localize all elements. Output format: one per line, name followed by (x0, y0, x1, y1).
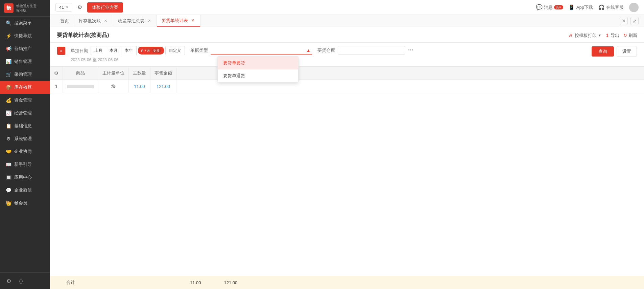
tab-requisition-stats[interactable]: 要货单统计表 ✕ (157, 15, 200, 27)
page-header: 要货单统计表(按商品) 🖨 按模板打印 ▼ ↥ 导出 ↻ 刷新 (50, 27, 644, 42)
tab-inventory-batch[interactable]: 库存批次账 ✕ (74, 15, 113, 27)
collab-icon: 🤝 (5, 149, 11, 155)
sidebar-header: 畅 畅捷通好生意 标准版 (0, 0, 50, 17)
this-month-btn[interactable]: 本月 (106, 46, 121, 55)
sidebar-item-wechat[interactable]: 💬 企业微信 (0, 184, 50, 197)
sidebar-search[interactable]: 🔍 搜索菜单 (0, 17, 50, 29)
sidebar: 畅 畅捷通好生意 标准版 🔍 搜索菜单 ⚡ 快捷导航 📢 营销推广 📊 销售管理 (0, 0, 50, 289)
topbar-settings-btn[interactable]: ⚙ (75, 3, 85, 12)
company-selector[interactable]: 41 ▼ (55, 3, 72, 12)
type-filter: 单据类型 ▲ (190, 46, 312, 54)
tab-receive-summary[interactable]: 收发存汇总表 ✕ (113, 15, 157, 27)
guide-icon: 📖 (5, 161, 11, 168)
main-area: 41 ▼ ⚙ 体验行业方案 💬 消息 99+ 📱 App下载 🎧 在线客服 (50, 0, 644, 289)
print-icon: 🖨 (569, 33, 573, 38)
sidebar-settings-btn[interactable]: ⚙ (4, 276, 14, 286)
online-service-btn[interactable]: 🎧 在线客服 (598, 4, 624, 10)
tab-close-inventory-batch[interactable]: ✕ (103, 18, 108, 24)
sidebar-item-quick-nav[interactable]: ⚡ 快捷导航 (0, 29, 50, 42)
table-area: ⚙ 商品 主计量单位 主数量 零售金额 1 (50, 67, 644, 276)
sidebar-item-guide[interactable]: 📖 新手引导 (0, 158, 50, 171)
search-icon: 🔍 (5, 20, 11, 26)
tab-bar: 首页 库存批次账 ✕ 收发存汇总表 ✕ 要货单统计表 ✕ ✕ ⤢ (50, 15, 644, 27)
refresh-btn[interactable]: ↻ 刷新 (623, 32, 637, 39)
settings-filter-btn[interactable]: 设置 (617, 46, 637, 57)
filter-toggle-icon: » (60, 48, 63, 53)
sidebar-item-basic-info[interactable]: 📋 基础信息 (0, 119, 50, 132)
wechat-icon: 💬 (5, 187, 11, 193)
sidebar-item-operations[interactable]: 📈 经营管理 (0, 107, 50, 119)
app-title: 畅捷通好生意 标准版 (16, 4, 37, 13)
export-btn[interactable]: ↥ 导出 (605, 32, 619, 39)
cell-quantity: 11.00 (129, 80, 150, 93)
col-product: 商品 (63, 67, 98, 80)
custom-date-btn[interactable]: 自定义 (165, 46, 185, 55)
sidebar-item-marketing[interactable]: 📢 营销推广 (0, 42, 50, 55)
warehouse-filter: 要货仓库 ··· (317, 46, 413, 54)
export-icon: ↥ (605, 33, 609, 38)
dropdown-item-requisition[interactable]: 要货单要货 (218, 57, 298, 69)
marketing-icon: 📢 (5, 46, 11, 52)
message-badge: 99+ (554, 5, 563, 9)
online-service-icon: 🎧 (598, 4, 605, 10)
date-filter-section: 单据日期 上月 本月 本年 近7天 更多 自定义 2023-05-06 至 20… (71, 46, 185, 63)
print-template-btn[interactable]: 🖨 按模板打印 ▼ (569, 32, 601, 39)
warehouse-input[interactable] (338, 46, 405, 54)
quantity-link[interactable]: 11.00 (134, 84, 145, 89)
type-dropdown-arrow[interactable]: ▲ (306, 48, 311, 53)
sidebar-item-finance[interactable]: 💰 资金管理 (0, 94, 50, 107)
sidebar-nav: 🔍 搜索菜单 ⚡ 快捷导航 📢 营销推广 📊 销售管理 🛒 采购管理 📦 库存核… (0, 17, 50, 272)
tab-close-receive-summary[interactable]: ✕ (146, 18, 152, 24)
type-filter-wrap: 单据类型 ▲ 要货单要货 要货单退货 (190, 46, 312, 54)
message-btn[interactable]: 💬 消息 99+ (536, 4, 563, 10)
sidebar-item-app-center[interactable]: 🔲 应用中心 (0, 171, 50, 184)
app-download-btn[interactable]: 📱 App下载 (569, 4, 593, 10)
col-quantity: 主数量 (129, 67, 150, 80)
sidebar-item-purchase[interactable]: 🛒 采购管理 (0, 68, 50, 81)
filter-bar: » 单据日期 上月 本月 本年 近7天 更多 自定义 (50, 42, 644, 67)
date-range-display: 2023-05-06 至 2023-06-06 (71, 57, 185, 63)
cell-product (63, 80, 98, 93)
topbar: 41 ▼ ⚙ 体验行业方案 💬 消息 99+ 📱 App下载 🎧 在线客服 (50, 0, 644, 15)
this-year-btn[interactable]: 本年 (121, 46, 137, 55)
page-actions: 🖨 按模板打印 ▼ ↥ 导出 ↻ 刷新 (569, 32, 637, 39)
col-settings-icon[interactable]: ⚙ (54, 70, 58, 76)
sidebar-collapse-btn[interactable]: ⟨⟩ (19, 278, 23, 284)
tab-home[interactable]: 首页 (55, 15, 74, 27)
last-month-btn[interactable]: 上月 (91, 46, 106, 55)
tab-close-requisition-stats[interactable]: ✕ (190, 18, 195, 23)
tab-maximize-btn[interactable]: ⤢ (630, 17, 639, 25)
recent-badge: 更多 (152, 48, 161, 53)
more-filter-btn[interactable]: ··· (408, 47, 413, 54)
col-amount: 零售金额 (150, 67, 176, 80)
type-input[interactable] (211, 46, 312, 54)
col-unit: 主计量单位 (98, 67, 129, 80)
user-avatar[interactable] (629, 3, 639, 12)
dropdown-item-return[interactable]: 要货单退货 (218, 69, 298, 82)
table-body: 1 块 11.00 121.00 (50, 80, 644, 93)
type-dropdown-menu: 要货单要货 要货单退货 (217, 56, 299, 83)
cell-index: 1 (50, 80, 63, 93)
product-placeholder (67, 85, 94, 88)
vip-icon: 👑 (5, 200, 11, 206)
page-content: 要货单统计表(按商品) 🖨 按模板打印 ▼ ↥ 导出 ↻ 刷新 (50, 27, 644, 289)
filter-toggle-btn[interactable]: » (57, 47, 65, 55)
total-label: 合计 (66, 280, 75, 286)
sidebar-item-collab[interactable]: 🤝 企业协同 (0, 145, 50, 158)
cell-unit: 块 (98, 80, 129, 93)
app-center-icon: 🔲 (5, 174, 11, 180)
amount-link[interactable]: 121.00 (157, 84, 170, 89)
query-btn[interactable]: 查询 (592, 46, 614, 57)
type-filter-label: 单据类型 (190, 47, 208, 53)
tab-close-all-btn[interactable]: ✕ (620, 17, 628, 25)
sidebar-item-inventory[interactable]: 📦 库存核算 (0, 81, 50, 94)
sidebar-item-sales[interactable]: 📊 销售管理 (0, 55, 50, 68)
trial-industry-btn[interactable]: 体验行业方案 (87, 2, 123, 13)
table-header-row: ⚙ 商品 主计量单位 主数量 零售金额 (50, 67, 644, 80)
table-row: 1 块 11.00 121.00 (50, 80, 644, 93)
sidebar-item-vip[interactable]: 👑 畅会员 (0, 197, 50, 209)
sidebar-footer: ⚙ ⟨⟩ (0, 272, 50, 289)
recent-7days-btn[interactable]: 近7天 更多 (138, 47, 164, 54)
sidebar-item-system[interactable]: ⚙ 系统管理 (0, 132, 50, 145)
table-footer: 合计 11.00 121.00 (50, 276, 644, 289)
